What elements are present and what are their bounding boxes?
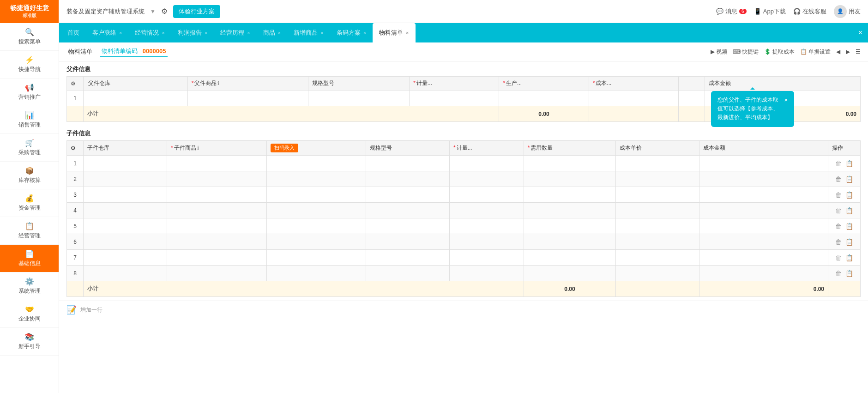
child-product-cell[interactable] (167, 203, 267, 218)
parent-warehouse-cell[interactable] (84, 91, 188, 106)
child-warehouse-cell[interactable] (84, 218, 167, 234)
delete-icon[interactable]: 🗑 (835, 254, 842, 261)
sidebar-item-operations[interactable]: 📋 经营管理 (0, 217, 59, 245)
delete-icon[interactable]: 🗑 (835, 223, 842, 230)
tab-operations[interactable]: 经营情况 × (128, 23, 171, 42)
child-spec-cell[interactable] (366, 266, 449, 281)
child-unit-cell[interactable] (449, 156, 524, 171)
add-row-icon[interactable]: 📝 (66, 305, 77, 315)
child-warehouse-cell[interactable] (84, 234, 167, 250)
tab-operations-close[interactable]: × (162, 30, 164, 36)
sidebar-item-purchase[interactable]: 🛒 采购管理 (0, 134, 59, 162)
copy-icon[interactable]: 📋 (845, 254, 853, 261)
nav-prev-icon[interactable]: ◀ (836, 48, 840, 55)
tab-customers-close[interactable]: × (119, 30, 122, 36)
child-qty-cell[interactable] (524, 187, 616, 203)
sidebar-item-sales[interactable]: 📊 销售管理 (0, 106, 59, 134)
sidebar-item-system[interactable]: ⚙️ 系统管理 (0, 272, 59, 300)
child-spec-cell[interactable] (366, 171, 449, 187)
sidebar-item-basic[interactable]: 📄 基础信息 (0, 245, 59, 272)
tab-profit-close[interactable]: × (205, 30, 207, 36)
child-qty-cell[interactable] (524, 266, 616, 281)
parent-unit-cell[interactable] (410, 91, 499, 106)
support-item[interactable]: 🎧 在线客服 (793, 7, 826, 16)
child-qty-cell[interactable] (524, 203, 616, 218)
child-warehouse-cell[interactable] (84, 156, 167, 171)
child-unit-cell[interactable] (449, 234, 524, 250)
child-spec-cell[interactable] (366, 250, 449, 266)
copy-icon[interactable]: 📋 (845, 191, 853, 199)
nav-close-all[interactable]: × (855, 29, 866, 37)
user-item[interactable]: 👤 用友 (834, 5, 861, 18)
child-qty-cell[interactable] (524, 171, 616, 187)
delete-icon[interactable]: 🗑 (835, 270, 842, 277)
child-unit-cost-cell[interactable] (616, 156, 699, 171)
settings-icon[interactable]: ⚙ (161, 7, 168, 16)
tab-history-close[interactable]: × (247, 30, 250, 36)
parent-cost-cell[interactable] (589, 91, 678, 106)
doc-settings-btn[interactable]: 📋 单据设置 (800, 48, 831, 56)
app-download-item[interactable]: 📱 App下载 (754, 7, 786, 16)
child-product-cell[interactable] (167, 218, 267, 234)
child-spec-cell[interactable] (366, 218, 449, 234)
sidebar-item-enterprise[interactable]: 🤝 企业协同 (0, 300, 59, 328)
subnav-bom-list[interactable]: 物料清单 (66, 47, 94, 57)
child-unit-cost-cell[interactable] (616, 266, 699, 281)
child-spec-cell[interactable] (366, 234, 449, 250)
child-spec-cell[interactable] (366, 156, 449, 171)
tab-bom-close[interactable]: × (406, 30, 409, 36)
parent-spec-cell[interactable] (308, 91, 410, 106)
child-qty-cell[interactable] (524, 234, 616, 250)
child-unit-cost-cell[interactable] (616, 203, 699, 218)
copy-icon[interactable]: 📋 (845, 207, 853, 214)
tab-customers[interactable]: 客户联络 × (86, 23, 128, 42)
copy-icon[interactable]: 📋 (845, 238, 853, 246)
delete-icon[interactable]: 🗑 (835, 191, 842, 199)
child-qty-cell[interactable] (524, 250, 616, 266)
sidebar-item-marketing[interactable]: 📢 营销推广 (0, 79, 59, 106)
copy-icon[interactable]: 📋 (845, 175, 853, 183)
tab-history[interactable]: 经营历程 × (214, 23, 256, 42)
child-warehouse-cell[interactable] (84, 203, 167, 218)
tab-goods-close[interactable]: × (278, 30, 281, 36)
tooltip-close-btn[interactable]: × (784, 96, 788, 105)
message-item[interactable]: 💬 消息 6 (716, 7, 747, 16)
child-spec-cell[interactable] (366, 187, 449, 203)
child-unit-cost-cell[interactable] (616, 250, 699, 266)
child-warehouse-cell[interactable] (84, 250, 167, 266)
child-unit-cell[interactable] (449, 203, 524, 218)
sidebar-item-search[interactable]: 🔍 搜索菜单 (0, 23, 59, 51)
sidebar-item-guide[interactable]: 📚 新手引导 (0, 328, 59, 356)
sidebar-item-inventory[interactable]: 📦 库存核算 (0, 162, 59, 189)
child-product-cell[interactable] (167, 187, 267, 203)
copy-icon[interactable]: 📋 (845, 160, 853, 167)
child-warehouse-cell[interactable] (84, 266, 167, 281)
copy-icon[interactable]: 📋 (845, 270, 853, 277)
delete-icon[interactable]: 🗑 (835, 160, 842, 167)
tab-home[interactable]: 首页 (61, 23, 86, 42)
child-unit-cell[interactable] (449, 187, 524, 203)
tab-profit[interactable]: 利润报告 × (171, 23, 214, 42)
shortcut-btn[interactable]: ⌨ 快捷键 (733, 48, 759, 56)
child-product-cell[interactable] (167, 234, 267, 250)
trial-button[interactable]: 体验行业方案 (173, 5, 220, 18)
child-qty-cell[interactable] (524, 218, 616, 234)
child-warehouse-cell[interactable] (84, 187, 167, 203)
child-product-cell[interactable] (167, 171, 267, 187)
tab-new-goods[interactable]: 新增商品 × (287, 23, 330, 42)
child-warehouse-cell[interactable] (84, 171, 167, 187)
sidebar-item-finance[interactable]: 💰 资金管理 (0, 189, 59, 217)
child-unit-cell[interactable] (449, 266, 524, 281)
sidebar-item-quick-nav[interactable]: ⚡ 快捷导航 (0, 51, 59, 79)
parent-produce-cell[interactable] (499, 91, 589, 106)
child-unit-cell[interactable] (449, 171, 524, 187)
tab-goods[interactable]: 商品 × (257, 23, 287, 42)
child-product-cell[interactable] (167, 250, 267, 266)
scan-button[interactable]: 扫码录入 (271, 144, 298, 152)
nav-next-icon[interactable]: ▶ (846, 48, 850, 55)
tab-barcode[interactable]: 条码方案 × (330, 23, 373, 42)
delete-icon[interactable]: 🗑 (835, 207, 842, 214)
tab-barcode-close[interactable]: × (363, 30, 366, 36)
child-spec-cell[interactable] (366, 203, 449, 218)
child-unit-cell[interactable] (449, 250, 524, 266)
